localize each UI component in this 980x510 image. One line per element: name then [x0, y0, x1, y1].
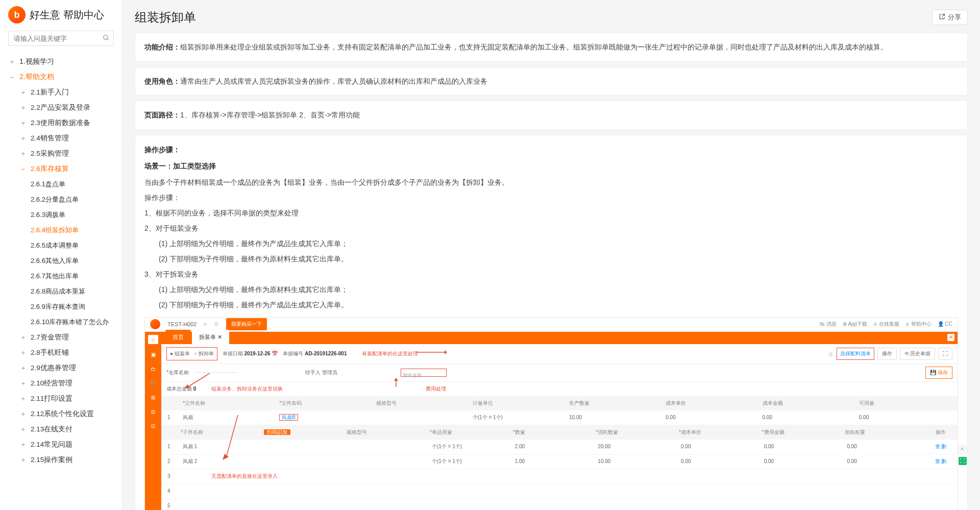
ss-child-table: *子件名称扫码识加规格型号*单品用量*数量*消耗数量*成本单价*费用金额加权权重… — [161, 425, 958, 510]
nav-item-24[interactable]: ＋2.4销售管理 — [19, 131, 114, 146]
nav-icon: ⊟ — [150, 408, 157, 416]
nav-leaf-268[interactable]: 2.6.8商品成本重算 — [31, 284, 114, 299]
plus-icon: ＋ — [19, 441, 27, 448]
ss-bom-link: 选择配料清单 — [837, 348, 874, 360]
embedded-screenshot: TEST-H002▾ ⚙ 我要购买一下 🛍 消息 ⊕ App下载 ⊙ 在线客服 … — [144, 317, 958, 510]
annotation-1: 有装配清单的在这里处理 — [362, 349, 418, 359]
plus-icon: ＋ — [19, 150, 27, 157]
nav-item-211[interactable]: ＋2.11打印设置 — [19, 391, 114, 406]
plus-icon: ＋ — [19, 349, 27, 356]
steps-heading: 操作步骤： — [144, 142, 958, 157]
nav-leaf-2610[interactable]: 2.6.10库存账本错了怎么办 — [31, 314, 114, 330]
nav-item-27[interactable]: ＋2.7资金管理 — [19, 330, 114, 345]
share-icon — [939, 13, 945, 21]
main-content: 组装拆卸单 分享 功能介绍：组装拆卸单用来处理企业组装或拆卸等加工业务，支持有固… — [122, 0, 980, 510]
nav-leaf-266[interactable]: 2.6.6其他入库单 — [31, 253, 114, 269]
ss-save-button: 💾 保存 — [925, 367, 952, 379]
minus-icon: − — [8, 74, 15, 81]
search-box — [8, 31, 114, 46]
steps-card: 操作步骤： 场景一：加工类型选择 当由多个子件材料组装成一个成品的业务为【组装】… — [135, 135, 968, 510]
role-card: 使用角色：通常由生产人员或库管人员完成拆装业务的操作，库管人员确认原材料的出库和… — [135, 67, 968, 96]
nav-icon: ⊞ — [150, 394, 157, 401]
nav-section-docs[interactable]: −2.帮助文档 — [8, 69, 114, 85]
plus-icon: ＋ — [19, 119, 27, 127]
nav-leaf-267[interactable]: 2.6.7其他出库单 — [31, 269, 114, 284]
nav-leaf-261[interactable]: 2.6.1盘点单 — [31, 177, 114, 192]
ss-row2: *仓库名称 经手人 管理员 附件名称 💾 保存 — [161, 364, 958, 382]
nav-item-23[interactable]: ＋2.3使用前数据准备 — [19, 115, 114, 131]
minus-icon: − — [19, 165, 27, 173]
plus-icon: ＋ — [19, 380, 27, 387]
ss-tab-home: 首页 — [165, 330, 191, 344]
plus-icon: ＋ — [19, 426, 27, 433]
scenario-heading: 场景一：加工类型选择 — [144, 159, 958, 173]
nav-item-215[interactable]: ＋2.15操作案例 — [19, 452, 114, 468]
nav-item-22[interactable]: ＋2.2产品安装及登录 — [19, 100, 114, 115]
ss-parent-table: *父件名称*父件条码规格型号计量单位生产数量成本单价成本金额可用量 1风扇风扇B… — [161, 396, 958, 425]
share-button[interactable]: 分享 — [932, 10, 968, 25]
ss-logo-icon — [150, 319, 160, 329]
plus-icon: ＋ — [8, 58, 15, 65]
nav-item-210[interactable]: ＋2.10经营管理 — [19, 376, 114, 391]
intro-card: 功能介绍：组装拆卸单用来处理企业组装或拆卸等加工业务，支持有固定装配清单的产品加… — [135, 33, 968, 62]
plus-icon: ＋ — [19, 89, 27, 96]
plus-icon: ＋ — [19, 104, 27, 111]
ss-side-icons: ⇱⛶ — [959, 446, 967, 465]
nav-item-214[interactable]: ＋2.14常见问题 — [19, 437, 114, 452]
nav-item-28[interactable]: ＋2.8手机旺铺 — [19, 345, 114, 360]
nav-leaf-264[interactable]: 2.6.4组装拆卸单 — [31, 223, 114, 238]
plus-icon: ＋ — [19, 410, 27, 418]
annotation-3: 费用处理 — [426, 384, 446, 394]
search-input[interactable] — [8, 31, 114, 46]
path-card: 页面路径：1、库存核算->库存管理->组装拆卸单 2、首页->常用功能 — [135, 101, 968, 130]
nav-item-25[interactable]: ＋2.5采购管理 — [19, 146, 114, 161]
svg-line-1 — [107, 39, 109, 40]
nav-item-213[interactable]: ＋2.13在线支付 — [19, 422, 114, 437]
plus-icon: ＋ — [19, 456, 27, 464]
plus-icon: ＋ — [19, 135, 27, 142]
search-icon[interactable] — [103, 34, 110, 43]
annotation-2: 组装业务、拆卸业务在这里切换 — [211, 384, 283, 394]
ss-type-radio: ● 组装单○ 拆卸单 — [166, 347, 217, 360]
home-icon: ⌂ — [148, 335, 158, 344]
plus-icon: ＋ — [19, 395, 27, 402]
nav-leaf-262[interactable]: 2.6.2分量盘点单 — [31, 192, 114, 207]
svg-marker-3 — [445, 350, 447, 354]
nav-item-212[interactable]: ＋2.12系统个性化设置 — [19, 406, 114, 422]
brand: b 好生意 帮助中心 — [8, 6, 114, 23]
nav-leaf-265[interactable]: 2.6.5成本调整单 — [31, 238, 114, 253]
nav-icon: 🗀 — [150, 366, 157, 373]
ss-topbar: TEST-H002▾ ⚙ 我要购买一下 🛍 消息 ⊕ App下载 ⊙ 在线客服 … — [145, 318, 958, 332]
ss-cost-select: 附件名称 — [401, 369, 447, 377]
nav-icon: ▣ — [150, 351, 157, 358]
nav-item-26[interactable]: −2.6库存核算 — [19, 161, 114, 177]
nav-item-21[interactable]: ＋2.1新手入门 — [19, 85, 114, 100]
ss-left-nav: ⌂ ▣ 🗀 🛒 ⊞ ⊟ ⊡ — [145, 332, 161, 510]
sidebar: b 好生意 帮助中心 ＋1.视频学习 −2.帮助文档 ＋2.1新手入门 ＋2.2… — [0, 0, 122, 510]
brand-name: 好生意 帮助中心 — [30, 8, 104, 22]
nav-section-video[interactable]: ＋1.视频学习 — [8, 54, 114, 69]
plus-icon: ＋ — [19, 365, 27, 372]
nav-item-29[interactable]: ＋2.9优惠券管理 — [19, 360, 114, 376]
nav-leaf-263[interactable]: 2.6.3调拨单 — [31, 207, 114, 223]
svg-point-0 — [104, 35, 108, 39]
brand-logo-icon: b — [8, 6, 26, 23]
ss-toolbar: ● 组装单○ 拆卸单 单据日期 2019-12-26 📅 单据编号 AD-201… — [161, 344, 958, 364]
nav-icon: ⊡ — [150, 423, 157, 430]
ss-buy-button: 我要购买一下 — [226, 318, 267, 330]
close-all-icon: ✕ — [947, 334, 954, 341]
page-title: 组装拆卸单 — [135, 9, 196, 26]
ss-tabs: 首页 拆装单 ✕ ✕ — [161, 332, 958, 344]
annotation-4: 无需配清单的直接在这里录入 — [181, 471, 522, 481]
nav-icon: 🛒 — [150, 380, 157, 387]
plus-icon: ＋ — [19, 334, 27, 341]
ss-tab-doc: 拆装单 ✕ — [192, 330, 229, 344]
nav-leaf-269[interactable]: 2.6.9库存账本查询 — [31, 299, 114, 314]
